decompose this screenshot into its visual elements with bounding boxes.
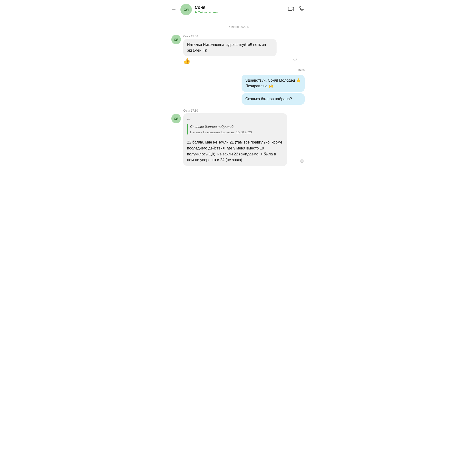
header-actions [288, 6, 305, 13]
date-divider: 15 июня 2023 г. [171, 23, 305, 31]
sender-avatar-1: СЯ [171, 35, 181, 44]
chat-header: ← СЯ Соня Сейчас в сети [167, 0, 309, 19]
contact-name: Соня [195, 5, 285, 10]
msg-bubble-3: ↩ Сколько баллов набрала? Наталья Никола… [183, 113, 287, 166]
outgoing-message-2: Здравствуй, Соня! Молодец 👍Поздравляю 🙌 … [171, 75, 305, 105]
message-group-3: СЯ Соня 17:30 ↩ Сколько баллов набрала? … [171, 109, 305, 166]
incoming-message-1: СЯ Соня 15:46 Наталья Николаевна, здравс… [171, 35, 291, 64]
reply-quote: Сколько баллов набрала? Наталья Николаев… [187, 124, 283, 135]
reply-indicator-icon: ↩ [187, 116, 283, 122]
sender-avatar-3: СЯ [171, 114, 181, 123]
msg-time-1: Соня 15:46 [183, 35, 276, 38]
svg-rect-0 [288, 7, 292, 11]
voice-call-button[interactable] [299, 6, 305, 13]
contact-status: Сейчас в сети [195, 11, 285, 14]
msg-text-1: Наталья Николаевна, здравствуйте!! пять … [187, 43, 266, 52]
reply-divider [187, 137, 283, 137]
msg-text-2b: Сколько баллов набрала? [245, 97, 292, 101]
contact-info: Соня Сейчас в сети [195, 5, 285, 14]
msg-reaction-1[interactable]: 👍 [183, 58, 276, 64]
msg-bubble-1: Наталья Николаевна, здравствуйте!! пять … [183, 39, 276, 56]
reply-quote-text: Сколько баллов набрала? [190, 124, 283, 130]
msg-bubble-2b: Сколько баллов набрала? [241, 93, 305, 105]
msg-time-2: 16:06 [171, 68, 305, 72]
msg-main-text-3: 22 балла, мне не зачли 21 (там все прави… [187, 139, 283, 163]
status-dot-icon [195, 11, 197, 13]
message-row-1: СЯ Соня 15:46 Наталья Николаевна, здравс… [171, 35, 305, 64]
incoming-message-3: СЯ Соня 17:30 ↩ Сколько баллов набрала? … [171, 109, 298, 166]
back-button[interactable]: ← [171, 6, 177, 13]
message-group-2: 16:06 Здравствуй, Соня! Молодец 👍Поздрав… [171, 68, 305, 105]
message-row-3: СЯ Соня 17:30 ↩ Сколько баллов набрала? … [171, 109, 305, 166]
msg-content-3: Соня 17:30 ↩ Сколько баллов набрала? Нат… [183, 109, 287, 166]
msg-time-3: Соня 17:30 [183, 109, 287, 112]
contact-avatar: СЯ [180, 4, 192, 15]
smiley-button-1[interactable]: ☺ [292, 56, 298, 62]
reply-quote-author: Наталья Николаевна Бурукина, 15.06.2023 [190, 130, 283, 135]
smiley-button-3[interactable]: ☺ [299, 158, 305, 164]
msg-content-1: Соня 15:46 Наталья Николаевна, здравству… [183, 35, 276, 64]
msg-content-2: Здравствуй, Соня! Молодец 👍Поздравляю 🙌 … [241, 75, 305, 105]
message-group-1: СЯ Соня 15:46 Наталья Николаевна, здравс… [171, 35, 305, 64]
msg-bubble-2a: Здравствуй, Соня! Молодец 👍Поздравляю 🙌 [241, 75, 305, 92]
video-call-button[interactable] [288, 6, 294, 13]
msg-text-2a: Здравствуй, Соня! Молодец 👍Поздравляю 🙌 [245, 78, 301, 88]
chat-body: 15 июня 2023 г. СЯ Соня 15:46 Наталья Ни… [167, 19, 309, 170]
